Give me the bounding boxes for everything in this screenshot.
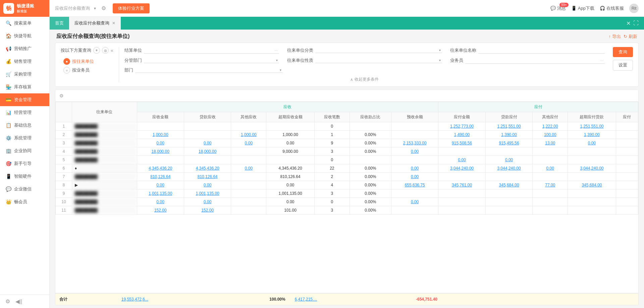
sidebar-item-operation[interactable]: 📊 经营管理: [0, 106, 49, 119]
sidebar-item-search[interactable]: 🔍 搜索菜单: [0, 17, 49, 30]
select-dept[interactable]: ▾: [144, 58, 279, 63]
cell-other-ys[interactable]: 0.00: [231, 139, 266, 147]
cell-overdue-yf[interactable]: 1,251,551.00: [568, 122, 616, 131]
sidebar-item-system[interactable]: ⚙️ 系统管理: [0, 132, 49, 144]
sidebar-item-wechat[interactable]: 💬 企业微信: [0, 183, 49, 195]
cell-yingshou-je[interactable]: 152.00: [137, 206, 184, 215]
cell-yingshou-je[interactable]: 18,000.00: [137, 147, 184, 156]
cell-yingshou-je[interactable]: 810,126.64: [137, 173, 184, 181]
cell-ys-count: 9: [314, 139, 350, 147]
filter-collapse-button[interactable]: «: [111, 48, 113, 53]
cell-prepay[interactable]: 655,636.75: [391, 181, 438, 189]
summary-prepay[interactable]: 6,417,215....: [291, 297, 321, 302]
tab-close-icon[interactable]: ✕: [112, 21, 115, 26]
cell-yingfu-je[interactable]: 1,490.00: [438, 131, 485, 139]
cell-other-ys[interactable]: 0.00: [231, 164, 266, 173]
solution-button[interactable]: 体验行业方案: [113, 3, 150, 13]
refresh-button[interactable]: ↻ 刷新: [624, 34, 637, 40]
input-unit-name[interactable]: [480, 48, 603, 53]
cell-overdue-yf[interactable]: 3,044,240.00: [568, 164, 616, 173]
cell-yingfu-je[interactable]: 0.00: [438, 156, 485, 164]
user-avatar[interactable]: Rit: [629, 4, 639, 13]
cell-yingshou-je[interactable]: 0.00: [137, 198, 184, 206]
sidebar-item-guide[interactable]: 🎯 新手引导: [0, 157, 49, 170]
cell-daikuan-yf[interactable]: 0.00: [485, 156, 532, 164]
fullscreen-icon[interactable]: ⛶: [633, 20, 639, 26]
select-branch-dept[interactable]: ▾: [135, 68, 283, 73]
sidebar-item-hardware[interactable]: 📱 智能硬件: [0, 170, 49, 183]
cell-daikuan-yf[interactable]: 915,495.56: [485, 139, 532, 147]
cell-prepay[interactable]: 0.00: [391, 147, 438, 156]
cell-yingfu-je[interactable]: 345,761.00: [438, 181, 485, 189]
tab-balance[interactable]: 应收应付余额查询 ✕: [69, 17, 121, 30]
cell-yingshou-je[interactable]: 4,345,436.20: [137, 164, 184, 173]
online-service-button[interactable]: 🎧 在线客服: [600, 5, 624, 11]
cell-overdue-yf[interactable]: 345,684.00: [568, 181, 616, 189]
cell-yingfu-je[interactable]: 915,508.56: [438, 139, 485, 147]
sidebar-item-corp[interactable]: 🏢 企业协同: [0, 144, 49, 157]
cell-daikuan-yf[interactable]: 1,251,551.00: [485, 122, 532, 131]
cell-overdue-yf[interactable]: 0.00: [568, 139, 616, 147]
cell-daikuan-ys[interactable]: 0.00: [184, 198, 231, 206]
filter-option-by-unit[interactable]: ● 按往来单位: [61, 57, 113, 66]
input-settlement[interactable]: [145, 48, 274, 53]
cell-daikuan-yf[interactable]: 345,684.00: [485, 181, 532, 189]
sidebar-item-finance[interactable]: 💳 资金管理: [0, 93, 49, 106]
sidebar-item-marketing[interactable]: 📢 营销推广: [0, 42, 49, 55]
sidebar-item-basic[interactable]: 📋 基础信息: [0, 119, 49, 132]
sidebar-item-sales[interactable]: 💰 销售管理: [0, 55, 49, 68]
select-unit-nature[interactable]: ▾: [315, 58, 442, 63]
cell-daikuan-ys[interactable]: 4,345,436.20: [184, 164, 231, 173]
cell-prepay[interactable]: 2,153,333.00: [391, 139, 438, 147]
cell-prepay[interactable]: 0.00: [391, 198, 438, 206]
cell-daikuan-yf[interactable]: 1,390.00: [485, 131, 532, 139]
query-button[interactable]: 查询: [613, 47, 633, 57]
cell-overdue-yf[interactable]: 1,390.00: [568, 131, 616, 139]
sidebar-item-member[interactable]: 👑 畅会员: [0, 195, 49, 208]
cell-other-yf[interactable]: 13.00: [533, 139, 568, 147]
tab-home[interactable]: 首页: [50, 17, 69, 30]
export-button[interactable]: ↑ 导出: [609, 34, 621, 40]
cell-other-ys[interactable]: 1,000.00: [231, 131, 266, 139]
cell-other-yf: [533, 189, 568, 198]
cell-daikuan-ys[interactable]: 0.00: [184, 139, 231, 147]
select-unit-category[interactable]: ▾: [315, 48, 442, 53]
input-salesman[interactable]: [467, 58, 600, 63]
app-download-button[interactable]: 📱 App下载: [571, 5, 594, 11]
cell-other-yf[interactable]: 0.00: [533, 164, 568, 173]
close-window-icon[interactable]: ✕: [626, 20, 631, 27]
cell-daikuan-ys[interactable]: 152.00: [184, 206, 231, 215]
cell-prepay[interactable]: 0.00: [391, 173, 438, 181]
setting-button[interactable]: 设置: [613, 60, 633, 71]
sidebar-item-inventory[interactable]: 🏪 库存核算: [0, 81, 49, 93]
filter-schema-button[interactable]: ◎: [102, 47, 109, 54]
filter-more-button[interactable]: ∧ 收起更多条件: [124, 77, 605, 82]
filter-option-by-salesman[interactable]: ○ 按业务员: [61, 66, 113, 75]
cell-prepay[interactable]: 0.00: [391, 164, 438, 173]
filter-add-button[interactable]: +: [93, 47, 100, 54]
cell-yingshou-je[interactable]: 0.00: [137, 181, 184, 189]
summary-yingshou[interactable]: 19,553,472,6...: [120, 297, 150, 302]
cell-yingshou-je[interactable]: 1,001,135.00: [137, 189, 184, 198]
cell-other-yf[interactable]: 77.00: [533, 181, 568, 189]
cell-yingfu-je[interactable]: 1,252,773.00: [438, 122, 485, 131]
cell-yingshou-je[interactable]: 1,000.00: [137, 131, 184, 139]
settings-icon[interactable]: ⚙: [5, 298, 10, 305]
topbar-gear-icon[interactable]: ⚙: [101, 5, 106, 11]
message-button[interactable]: 💬 消息 99+: [550, 5, 566, 11]
cell-daikuan-ys[interactable]: 0.00: [184, 181, 231, 189]
cell-yingfu-je[interactable]: 3,044,240.00: [438, 164, 485, 173]
table-settings-icon[interactable]: ⚙: [59, 93, 64, 98]
cell-daikuan-ys[interactable]: 810,126.64: [184, 173, 231, 181]
cell-other-yf[interactable]: 1,222.00: [533, 122, 568, 131]
cell-daikuan-ys[interactable]: 1,001,135.00: [184, 189, 231, 198]
sidebar-item-purchase[interactable]: 🛒 采购管理: [0, 68, 49, 81]
table-wrapper[interactable]: 往来单位 应收 应付 应收金额 贷款应收 其他应收 超期应收金额 应收笔数 应收…: [55, 102, 638, 293]
cell-daikuan-yf[interactable]: 3,044,240.00: [485, 164, 532, 173]
cell-yingfu-col2: [616, 131, 638, 139]
cell-daikuan-ys[interactable]: 18,000.00: [184, 147, 231, 156]
sidebar-item-nav[interactable]: 🏠 快捷导航: [0, 30, 49, 42]
collapse-icon[interactable]: ◀||: [15, 298, 22, 305]
cell-yingshou-je[interactable]: 0.00: [137, 139, 184, 147]
cell-other-yf[interactable]: 100.00: [533, 131, 568, 139]
